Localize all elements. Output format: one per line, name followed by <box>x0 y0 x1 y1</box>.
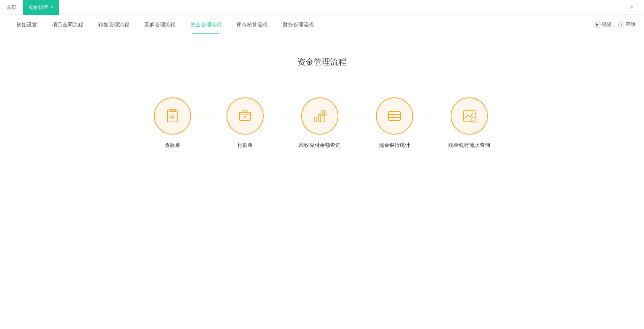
svg-text:¥: ¥ <box>243 114 247 120</box>
nav-right-actions: ▶ 视频 | ? 帮助 <box>595 21 635 28</box>
receipt-label: 收款单 <box>165 142 180 149</box>
nav-item-init[interactable]: 初始设置 <box>9 15 45 34</box>
nav-item-inventory[interactable]: 库存核算流程 <box>229 15 275 34</box>
bank-stat-icon <box>386 107 403 125</box>
video-help-button[interactable]: ▶ 视频 <box>595 21 611 28</box>
flow-container: ¥ 收款单 - - - - - ¥ 付款单 - - - - - <box>154 97 490 149</box>
bank-stat-label: 现金银行统计 <box>379 142 410 149</box>
flow-item-balance[interactable]: ¥ 应收应付余额查询 <box>299 97 341 149</box>
svg-rect-14 <box>389 112 400 120</box>
active-tab-label: 初始设置 <box>29 4 48 11</box>
balance-icon: ¥ <box>311 107 329 125</box>
payment-icon-circle: ¥ <box>226 97 264 135</box>
svg-rect-8 <box>315 117 317 122</box>
svg-text:¥: ¥ <box>473 119 475 122</box>
balance-label: 应收应付余额查询 <box>299 142 341 149</box>
top-bar: 首页 初始设置 × × <box>0 0 644 15</box>
flow-item-bank-flow[interactable]: ¥ 现金银行流水查询 <box>448 97 490 149</box>
nav-item-capital[interactable]: 资金管理流程 <box>183 15 229 34</box>
bank-flow-label: 现金银行流水查询 <box>448 142 490 149</box>
help-icon: ? <box>618 22 624 28</box>
svg-rect-9 <box>318 114 321 122</box>
video-icon: ▶ <box>595 22 600 28</box>
bank-flow-icon-circle: ¥ <box>451 97 488 135</box>
close-window-button[interactable]: × <box>627 3 637 11</box>
active-tab[interactable]: 初始设置 × <box>23 0 59 15</box>
nav-item-sales[interactable]: 销售管理流程 <box>91 15 137 34</box>
help-button[interactable]: ? 帮助 <box>618 21 635 28</box>
bank-flow-icon: ¥ <box>460 107 478 125</box>
nav-item-finance[interactable]: 财务管理流程 <box>275 15 321 34</box>
dashes-2: - - - - - <box>264 113 299 133</box>
dashes-4: - - - - - <box>413 113 448 133</box>
flow-item-bank-stat[interactable]: 现金银行统计 <box>376 97 413 149</box>
help-label: 帮助 <box>625 21 635 28</box>
dashes-1: - - - - - <box>191 113 226 133</box>
svg-text:¥: ¥ <box>322 112 325 115</box>
bank-stat-icon-circle <box>376 97 413 135</box>
home-tab[interactable]: 首页 <box>0 0 23 15</box>
dashes-3: - - - - - <box>341 113 376 133</box>
flow-item-payment[interactable]: ¥ 付款单 <box>226 97 264 149</box>
nav-bar: 初始设置 项目合同流程 销售管理流程 采购管理流程 资金管理流程 库存核算流程 … <box>0 15 644 34</box>
video-label: 视频 <box>602 21 611 28</box>
receipt-icon-circle: ¥ <box>154 97 191 135</box>
main-content: 资金管理流程 ¥ 收款单 - - - - - ¥ <box>0 34 644 149</box>
close-tab-icon[interactable]: × <box>51 5 53 10</box>
nav-divider: | <box>614 22 615 27</box>
nav-item-project[interactable]: 项目合同流程 <box>45 15 91 34</box>
payment-icon: ¥ <box>236 107 254 125</box>
nav-item-purchase[interactable]: 采购管理流程 <box>137 15 183 34</box>
payment-label: 付款单 <box>237 142 253 149</box>
receipt-icon: ¥ <box>164 107 181 125</box>
top-bar-right: × <box>627 3 644 11</box>
balance-icon-circle: ¥ <box>301 97 338 135</box>
page-title: 资金管理流程 <box>297 57 347 68</box>
svg-text:¥: ¥ <box>171 114 174 120</box>
flow-item-receipt[interactable]: ¥ 收款单 <box>154 97 191 149</box>
